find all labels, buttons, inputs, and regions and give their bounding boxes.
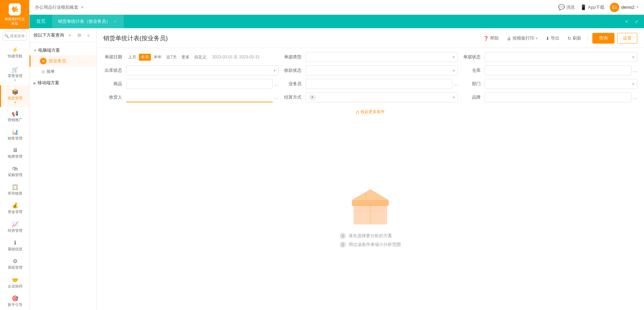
- sidebar-item-shortcut[interactable]: ⚡ 快捷导航: [0, 43, 29, 62]
- help-button[interactable]: ❓ 帮助: [481, 34, 501, 43]
- salesman-more-icon[interactable]: ...: [453, 81, 458, 87]
- ecommerce-label: 电商管理: [8, 154, 22, 159]
- settlement-dropdown[interactable]: × ▾: [306, 92, 458, 102]
- sidebar-item-inventory[interactable]: 📋 库存核算: [0, 180, 29, 199]
- settings-button[interactable]: 设置: [617, 33, 637, 44]
- date-tab-current[interactable]: 本月: [139, 54, 151, 61]
- sales-icon: 📊: [12, 129, 18, 135]
- tree-desktop-header[interactable]: ▼ 电脑端方案: [30, 45, 96, 55]
- username: demo2: [621, 5, 635, 10]
- main-body: ↑ 1 请先选择要分析的方案 2 用过滤条件来缩小: [97, 123, 644, 310]
- marketing-label: 营销推广: [8, 117, 22, 122]
- sidebar-item-finance[interactable]: 💰 资金管理: [0, 199, 29, 217]
- date-tab-week[interactable]: 近7天: [164, 54, 179, 61]
- stock-status-dropdown[interactable]: ▾: [126, 65, 279, 75]
- stock-status-field: ▾: [126, 65, 279, 75]
- dept-dropdown[interactable]: ▾: [485, 79, 637, 89]
- svg-marker-2: [352, 189, 389, 200]
- sidebar-item-marketing[interactable]: 📢 营销推广: [0, 107, 29, 125]
- consignee-more-icon[interactable]: ...: [274, 94, 278, 100]
- shortcut-label: 快捷导航: [8, 54, 22, 58]
- window-maximize-button[interactable]: ⤢: [632, 17, 641, 26]
- brand-input[interactable]: [485, 92, 631, 102]
- warehouse-field: ...: [485, 65, 637, 75]
- sidebar-item-system[interactable]: ⚙ 系统管理: [0, 255, 29, 273]
- tab-close-icon[interactable]: ×: [112, 19, 118, 24]
- collapse-arrow-icon: ⋀: [356, 110, 359, 114]
- settlement-arrow: ▾: [453, 95, 455, 100]
- breadcrumb-arrow[interactable]: ▾: [81, 5, 84, 10]
- help-icon: ❓: [483, 36, 489, 41]
- sidebar-item-operation[interactable]: 📈 经营管理: [0, 218, 29, 236]
- left-panel-header: 按以下方案查询 + ⚙ «: [30, 28, 96, 43]
- window-close-button[interactable]: ×: [622, 17, 631, 26]
- message-button[interactable]: 💬 消息: [558, 4, 575, 10]
- purchase-label: 采购管理: [8, 172, 22, 177]
- sidebar-item-ecommerce[interactable]: 🖥 电商管理: [0, 144, 29, 162]
- app-download-button[interactable]: 📱 App下载: [580, 4, 604, 10]
- shortcut-icon: ⚡: [12, 47, 18, 53]
- panel-collapse-button[interactable]: «: [85, 32, 92, 39]
- tree-item-salesman[interactable]: 按 按业务员: [30, 55, 96, 67]
- brand-more-icon[interactable]: ...: [633, 94, 637, 100]
- sidebar-item-retail[interactable]: 🛒 零售管理 ▾: [0, 63, 29, 85]
- finance-label: 资金管理: [8, 209, 22, 214]
- tab-home[interactable]: 首页: [30, 15, 53, 28]
- sidebar-item-basic[interactable]: ℹ 基础信息: [0, 236, 29, 255]
- empty-state: ↑ 1 请先选择要分析的方案 2 用过滤条件来缩小: [326, 172, 414, 261]
- refresh-button[interactable]: ↻ 刷新: [565, 34, 584, 43]
- help-label: 帮助: [490, 35, 499, 41]
- sidebar-item-wholesale[interactable]: 📦 批发管理 ▴: [0, 85, 29, 107]
- query-button[interactable]: 查询: [592, 33, 614, 44]
- tree-desktop-label: 电脑端方案: [38, 47, 60, 53]
- search-menu-button[interactable]: 🔍 搜索菜单: [3, 32, 26, 41]
- wholesale-arrow: ▴: [14, 100, 16, 104]
- warehouse-input[interactable]: [485, 65, 631, 75]
- sidebar-item-purchase[interactable]: 🛍 采购管理: [0, 162, 29, 180]
- bill-type-dropdown[interactable]: ▾: [306, 52, 458, 62]
- sidebar-item-enterprise[interactable]: 🤝 企业协同: [0, 273, 29, 292]
- date-tab-year[interactable]: 本年: [152, 54, 164, 61]
- receipt-status-dropdown[interactable]: ▾: [306, 65, 458, 75]
- goods-label: 商品: [103, 81, 122, 87]
- tree-mobile-label: 移动端方案: [38, 80, 59, 86]
- date-tab-more[interactable]: 更多: [179, 54, 192, 61]
- page-actions: ❓ 帮助 🖨 按模板打印 ▾ ⬇ 导出 ↻: [481, 33, 637, 44]
- print-label: 按模板打印: [513, 35, 534, 41]
- print-button[interactable]: 🖨 按模板打印 ▾: [504, 34, 540, 43]
- tab-sales-report[interactable]: 销货单统计表（按业务员） ×: [53, 15, 123, 28]
- brand-label: 品牌: [462, 94, 481, 100]
- tree-mobile-header[interactable]: ▶ 移动端方案: [30, 78, 96, 88]
- finance-icon: 💰: [12, 202, 18, 209]
- page-header: 销货单统计表(按业务员) ❓ 帮助 🖨 按模板打印 ▾ ⬇: [97, 28, 644, 48]
- empty-tips: 1 请先选择要分析的方案 2 用过滤条件来缩小分析范围: [340, 233, 401, 248]
- date-tab-prev[interactable]: 上月: [126, 54, 138, 61]
- bill-status-dropdown[interactable]: ▾: [485, 52, 637, 62]
- enterprise-icon: 🤝: [12, 277, 18, 283]
- sidebar-item-newbie[interactable]: 🎯 新手引导: [0, 292, 29, 310]
- content-area: 按以下方案查询 + ⚙ « ▼ 电脑端方案 按 按业务员 ⊞ 按单: [30, 28, 644, 310]
- consignee-input[interactable]: [126, 92, 273, 102]
- bill-type-field: ▾: [306, 52, 458, 62]
- sub-item-label: 按单: [47, 69, 55, 74]
- tree-sub-item-bill[interactable]: ⊞ 按单: [30, 67, 96, 76]
- collapse-button[interactable]: ⋀ 收起更多条件: [351, 107, 390, 117]
- sidebar-logo[interactable]: 畅 畅捷通好生意标版: [0, 0, 30, 29]
- print-arrow: ▾: [536, 36, 538, 41]
- sidebar-item-sales[interactable]: 📊 销售管理: [0, 125, 29, 144]
- settlement-tag-close[interactable]: ×: [311, 95, 314, 100]
- date-tab-custom[interactable]: 自定义: [192, 54, 208, 61]
- export-button[interactable]: ⬇ 导出: [543, 34, 562, 43]
- panel-settings-button[interactable]: ⚙: [75, 32, 83, 39]
- empty-tip-2: 2 用过滤条件来缩小分析范围: [340, 242, 401, 248]
- salesman-field: ...: [306, 79, 458, 89]
- breadcrumb-text: 办公用品行业模拟账套: [35, 4, 78, 10]
- warehouse-label: 仓库: [462, 67, 481, 73]
- goods-more-icon[interactable]: ...: [274, 81, 278, 87]
- salesman-input[interactable]: [306, 79, 452, 89]
- goods-input[interactable]: [126, 79, 273, 89]
- panel-add-button[interactable]: +: [66, 32, 73, 39]
- warehouse-more-icon[interactable]: ...: [633, 67, 637, 73]
- marketing-icon: 📢: [12, 110, 18, 117]
- user-area[interactable]: Ea demo2 ▾: [610, 3, 639, 12]
